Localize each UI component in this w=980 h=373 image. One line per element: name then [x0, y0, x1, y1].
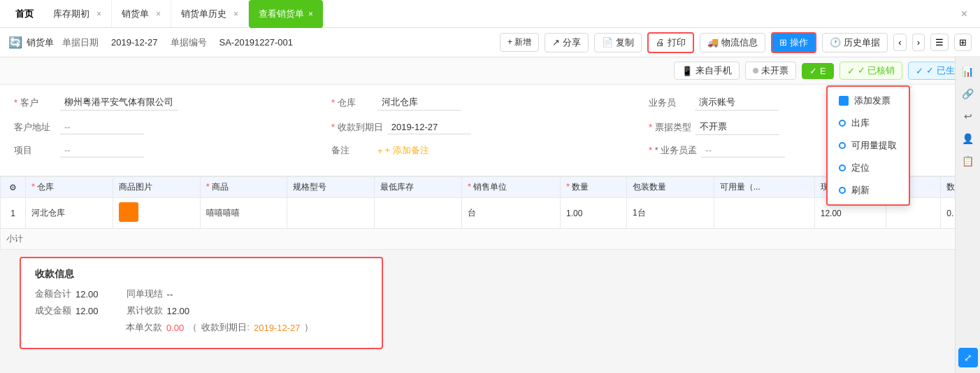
print-button[interactable]: 🖨 打印: [647, 32, 694, 53]
confirm-button[interactable]: ✓ E: [802, 63, 834, 79]
effect-icon: ✓: [916, 66, 923, 76]
col-spec: 规格型号: [287, 177, 375, 198]
list-view-button[interactable]: ☰: [930, 34, 949, 51]
from-phone-button[interactable]: 📱 来自手机: [674, 62, 740, 80]
row-sales-unit[interactable]: 台: [462, 198, 561, 229]
sidebar-icon-expand[interactable]: ⤢: [958, 348, 978, 367]
row-spec[interactable]: [287, 198, 375, 229]
operate-button[interactable]: ⊞ 操作: [771, 32, 816, 53]
sidebar-icon-undo[interactable]: ↩: [958, 106, 978, 126]
customer-value[interactable]: 柳州粤港平安气体有限公司: [60, 94, 178, 111]
history-button[interactable]: 🕐 历史单据: [822, 33, 888, 52]
warehouse-value[interactable]: 河北仓库: [377, 94, 461, 111]
menu-locate[interactable]: 定位: [828, 157, 909, 179]
staff-label: 业务员: [649, 97, 691, 109]
doc-title-text: 销货单: [27, 36, 54, 49]
sidebar-icon-user[interactable]: 👤: [958, 129, 978, 148]
current-owed-value: 0.00: [166, 323, 184, 333]
phone-icon: 📱: [682, 66, 693, 76]
payment-date-label: * 收款到期日: [331, 121, 383, 134]
confirm-icon: ✓: [809, 66, 817, 76]
logistics-icon: 🚚: [707, 37, 719, 48]
same-settle-item: 同单现结 --: [127, 288, 173, 300]
payment-date-value[interactable]: 2019-12-27: [387, 120, 471, 134]
payment-date-field: * 收款到期日 2019-12-27: [331, 120, 649, 134]
right-sidebar: 📊 🔗 ↩ 👤 📋 ⤢: [955, 56, 980, 373]
payment-info-title: 收款信息: [35, 268, 368, 281]
logistics-button[interactable]: 🚚 物流信息: [700, 33, 765, 52]
sidebar-icon-link[interactable]: 🔗: [958, 84, 978, 104]
tab-sales-order-close[interactable]: ×: [156, 9, 161, 19]
action-subbar: 📱 来自手机 未开票 ✓ E ✓ ✓ 已核销 ✓ ✓ 已生效: [0, 57, 980, 85]
subtotal-label: 小计: [1, 229, 980, 250]
row-min-stock[interactable]: [375, 198, 462, 229]
col-package: 包装数量: [626, 177, 714, 198]
row-quantity[interactable]: 1.00: [561, 198, 627, 229]
operate-dropdown: 添加发票 出库 可用量提取 定位 刷新: [826, 85, 910, 206]
row-warehouse[interactable]: 河北仓库: [26, 198, 113, 229]
sidebar-icon-clip[interactable]: 📋: [958, 151, 978, 171]
tab-home-label: 首页: [15, 8, 34, 20]
business-value[interactable]: --: [701, 143, 785, 157]
tab-inventory-init[interactable]: 库存期初 ×: [43, 0, 112, 28]
tab-sales-history-close[interactable]: ×: [233, 9, 238, 19]
add-invoice-label: 添加发票: [854, 94, 891, 107]
bottom-section: 收款信息 金额合计 12.00 同单现结 -- 成交金额 12.00 累计收款: [10, 257, 970, 349]
doc-meta: 单据日期 2019-12-27 单据编号 SA-20191227-001: [62, 36, 293, 49]
address-field: 客户地址 --: [14, 120, 331, 134]
business-field: * * 业务员孟 --: [649, 143, 966, 157]
project-value[interactable]: --: [60, 143, 144, 157]
row-available[interactable]: [714, 198, 814, 229]
tab-sales-order[interactable]: 销货单 ×: [112, 0, 171, 28]
payment-row-3: 本单欠款 0.00 （ 收款到期日: 2019-12-27 ）: [35, 321, 368, 334]
menu-available-qty[interactable]: 可用量提取: [828, 134, 909, 157]
ticket-value[interactable]: 不开票: [696, 119, 779, 135]
menu-refresh[interactable]: 刷新: [828, 179, 909, 202]
total-label: 金额合计: [35, 288, 71, 300]
row-package[interactable]: 1台: [626, 198, 714, 229]
tab-sales-history[interactable]: 销货单历史 ×: [171, 0, 249, 28]
not-open-button[interactable]: 未开票: [745, 62, 796, 80]
tab-sales-history-label: 销货单历史: [181, 8, 226, 20]
prev-button[interactable]: ‹: [893, 34, 906, 51]
current-owed-label: 本单欠款: [126, 321, 162, 334]
row-no: 1: [1, 198, 26, 229]
due-date-label: 收款到期日:: [201, 321, 250, 334]
transaction-item: 成交金额 12.00: [35, 304, 99, 317]
share-button[interactable]: ↗ 分享: [545, 33, 589, 52]
nucleate-button[interactable]: ✓ ✓ 已核销: [840, 62, 903, 80]
tab-home[interactable]: 首页: [6, 0, 43, 28]
staff-value[interactable]: 演示账号: [695, 94, 779, 111]
outbound-label: 出库: [851, 117, 870, 129]
address-value[interactable]: --: [60, 120, 144, 134]
copy-button[interactable]: 📄 复制: [594, 33, 642, 52]
ticket-label: * 票据类型: [649, 121, 691, 134]
row-product[interactable]: 嘻嘻嘻嘻: [200, 198, 287, 229]
main-content: 🔄 销货单 单据日期 2019-12-27 单据编号 SA-20191227-0…: [0, 28, 980, 373]
business-label: * * 业务员孟: [649, 144, 697, 157]
window-close[interactable]: ×: [954, 8, 974, 20]
tab-view-sales-order[interactable]: 查看销货单 ×: [249, 0, 323, 28]
customer-field: * 客户 柳州粤港平安气体有限公司: [14, 94, 331, 111]
menu-add-invoice[interactable]: 添加发票: [828, 90, 909, 112]
sidebar-icon-chart[interactable]: 📊: [958, 62, 978, 81]
locate-icon: [839, 164, 846, 171]
col-product: * 商品: [200, 177, 287, 198]
tab-bar-right: ×: [954, 8, 974, 20]
due-date-bracket: （: [188, 321, 197, 334]
due-date-value: 2019-12-27: [254, 323, 301, 333]
doc-header: 🔄 销货单 单据日期 2019-12-27 单据编号 SA-20191227-0…: [0, 28, 980, 57]
project-label: 项目: [14, 144, 56, 157]
plus-icon: +: [377, 146, 383, 156]
new-button[interactable]: + 新增: [500, 33, 539, 52]
tab-inventory-init-close[interactable]: ×: [96, 9, 101, 19]
payment-info-box: 收款信息 金额合计 12.00 同单现结 -- 成交金额 12.00 累计收款: [20, 257, 383, 349]
doc-icon: 🔄: [8, 36, 22, 49]
next-button[interactable]: ›: [912, 34, 925, 51]
grid-view-button[interactable]: ⊞: [954, 34, 972, 51]
col-gear[interactable]: ⚙: [1, 177, 26, 198]
form-row-3: 项目 -- 备注 + + 添加备注 * * 业务员孟 --: [14, 143, 966, 157]
menu-outbound[interactable]: 出库: [828, 112, 909, 134]
tab-view-sales-order-close[interactable]: ×: [308, 9, 313, 19]
add-note-button[interactable]: + + 添加备注: [377, 144, 429, 157]
